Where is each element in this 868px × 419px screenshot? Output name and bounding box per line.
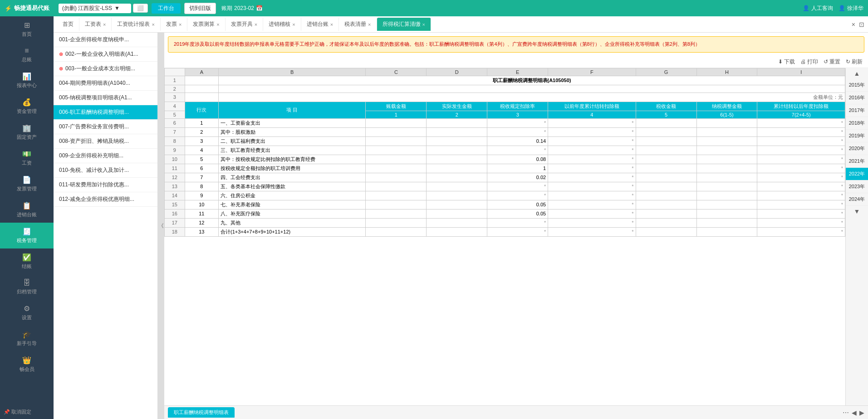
tab-salary[interactable]: 工资表 ×	[79, 18, 112, 31]
workbench-button[interactable]: 工作台	[152, 3, 181, 14]
left-panel-item-009[interactable]: 009-企业所得税补充明细...	[54, 149, 157, 163]
sidebar-item-salary[interactable]: 💵 工资	[0, 145, 54, 171]
tab-sales-ledger[interactable]: 进销台账 ×	[301, 18, 339, 31]
sidebar-item-sales[interactable]: 📋 进销台账	[0, 197, 54, 223]
sidebar-item-archive[interactable]: 🗄 归档管理	[0, 274, 54, 300]
panel-collapse-btn[interactable]: 《	[158, 33, 164, 419]
col-header-D: D	[427, 68, 487, 76]
cancel-fixed-btn[interactable]: 📌 取消固定	[0, 405, 54, 419]
sidebar-item-invoice[interactable]: 📄 发票管理	[0, 171, 54, 197]
left-panel-item-005[interactable]: 005-纳税调整项目明细表(A1...	[54, 91, 157, 105]
logo-text: 畅捷通易代账	[14, 4, 49, 12]
period-calendar-icon[interactable]: 📅	[256, 5, 263, 11]
table-row: 11 6 按税收规定全额扣除的职工培训费用 1 *	[165, 164, 845, 173]
tab-home[interactable]: 首页	[57, 18, 79, 31]
tab-bar: 首页 工资表 × 工资统计报表 × 发票 × 发票测算 × 发票开具 × 进销稽…	[54, 16, 868, 33]
tab-salary-close[interactable]: ×	[103, 22, 106, 27]
spreadsheet-scroll[interactable]: A B C D E F G H I	[164, 68, 845, 405]
tab-income-tax[interactable]: 所得税汇算清缴 ×	[377, 18, 431, 31]
year-2020[interactable]: 2020年	[846, 142, 868, 155]
year-2018[interactable]: 2018年	[846, 117, 868, 130]
left-panel-item-011-label: 011-研发费用加计扣除优惠...	[59, 181, 129, 189]
download-button[interactable]: ⬇ 下载	[778, 58, 795, 66]
year-2017[interactable]: 2017年	[846, 104, 868, 117]
sheet-tab-active[interactable]: 职工薪酬纳税调整明细表	[168, 407, 235, 418]
year-2023[interactable]: 2023年	[846, 180, 868, 193]
reset-button[interactable]: ↺ 重置	[824, 58, 840, 66]
year-2015[interactable]: 2015年	[846, 79, 868, 92]
left-panel-item-002[interactable]: ⊗ 002-一般企业收入明细表(A1...	[54, 47, 157, 62]
unit-cell: 金额单位：元	[219, 93, 845, 102]
left-panel-item-012[interactable]: 012-减免企业所得税优惠明细...	[54, 192, 157, 207]
tab-salary-report[interactable]: 工资统计报表 ×	[112, 18, 160, 31]
tab-income-tax-close[interactable]: ×	[422, 22, 425, 27]
tab-sales-check[interactable]: 进销稽核 ×	[263, 18, 301, 31]
tab-invoice-issue[interactable]: 发票开具 ×	[226, 18, 263, 31]
tab-invoice-calc[interactable]: 发票测算 ×	[187, 18, 225, 31]
year-2021[interactable]: 2021年	[846, 155, 868, 168]
print-label: 打印	[807, 58, 818, 66]
sidebar-item-close-label: 结账	[22, 263, 32, 270]
left-panel-item-008[interactable]: 008-资产折旧、摊销及纳税...	[54, 134, 157, 149]
sidebar-item-settings[interactable]: ⚙ 设置	[0, 300, 54, 326]
company-selector[interactable]: (勿删) 江西股宝-LSS ▼	[59, 4, 131, 13]
tab-invoice-calc-close[interactable]: ×	[216, 22, 219, 27]
sidebar-item-tax[interactable]: 🧾 税务管理	[0, 223, 54, 248]
sidebar-item-assets[interactable]: 🏢 固定资产	[0, 119, 54, 145]
left-panel-item-004[interactable]: 004-期间费用明细表(A1040...	[54, 76, 157, 91]
col-header-H: H	[696, 68, 757, 76]
left-panel-item-003[interactable]: ⊗ 003-一般企业成本支出明细...	[54, 62, 157, 76]
user-menu[interactable]: 👤 徐泽华	[839, 5, 863, 12]
refresh-button[interactable]: ↻ 刷新	[846, 58, 863, 66]
sheet-more-icon[interactable]: ⋯	[843, 409, 849, 416]
left-panel-item-006[interactable]: 006-职工薪酬纳税调整明细...	[54, 105, 157, 120]
sidebar-item-guide[interactable]: 🎓 新手引导	[0, 326, 54, 351]
tab-invoice-issue-close[interactable]: ×	[255, 22, 257, 27]
tab-salary-report-close[interactable]: ×	[152, 22, 154, 27]
refresh-label: 刷新	[852, 58, 863, 66]
period-display: 账期 2023-02 📅	[221, 5, 263, 12]
col-header-taxadj: 纳税调整金额	[696, 102, 757, 111]
tab-sales-check-close[interactable]: ×	[292, 22, 295, 27]
sidebar-item-home[interactable]: ⊞ 首页	[0, 16, 54, 42]
tab-close-all-btn[interactable]: ×	[852, 21, 855, 28]
year-2016[interactable]: 2016年	[846, 92, 868, 104]
left-panel-item-007[interactable]: 007-广告费和业务宣传费明...	[54, 120, 157, 134]
sidebar-item-ledger[interactable]: ≡ 总账	[0, 42, 54, 68]
tab-invoice[interactable]: 发票 ×	[161, 18, 187, 31]
sidebar-item-close[interactable]: ✅ 结账	[0, 248, 54, 274]
left-panel-item-001[interactable]: 001-企业所得税年度纳税申...	[54, 33, 157, 47]
company-name: (勿删) 江西股宝-LSS	[62, 5, 112, 12]
sheet-scroll-left[interactable]: ◀	[852, 409, 857, 416]
sheet-scroll-right[interactable]: ▶	[859, 409, 864, 416]
tab-sales-ledger-close[interactable]: ×	[330, 22, 333, 27]
ledger-icon: ≡	[25, 47, 29, 55]
sidebar-item-report[interactable]: 📊 报表中心	[0, 68, 54, 93]
row-2-content	[219, 85, 845, 93]
period-value: 2023-02	[234, 5, 254, 11]
service-btn[interactable]: 👤 人工客询	[803, 5, 833, 12]
year-nav-down[interactable]: ▼	[846, 206, 868, 217]
copy-button[interactable]: ⬜	[133, 4, 148, 13]
print-button[interactable]: 🖨 打印	[800, 58, 818, 66]
salary-icon: 💵	[22, 150, 31, 158]
sidebar-item-settings-label: 设置	[22, 314, 32, 321]
left-panel-item-010[interactable]: 010-免税、减计收入及加计...	[54, 163, 157, 178]
tab-expand-btn[interactable]: ⊡	[859, 21, 864, 28]
switch-version-button[interactable]: 切到旧版	[184, 3, 216, 14]
tab-tax-list[interactable]: 税表清册 ×	[339, 18, 377, 31]
tab-invoice-close[interactable]: ×	[179, 22, 181, 27]
table-row: 6 1 一、工资薪金支出 * *	[165, 118, 845, 127]
year-nav-up[interactable]: ▲	[846, 68, 868, 79]
left-panel-item-011[interactable]: 011-研发费用加计扣除优惠...	[54, 178, 157, 192]
page-content: 001-企业所得税年度纳税申... ⊗ 002-一般企业收入明细表(A1... …	[54, 33, 868, 419]
right-main: 2019年度涉及取以前年度结转数据的申报表单元格需要手工维护正确，才能保证本年及…	[164, 33, 868, 419]
year-2022[interactable]: 2022年	[846, 168, 868, 180]
sidebar-item-vip[interactable]: 👑 畅会员	[0, 351, 54, 377]
table-row: 14 9 六、住房公积金 * *	[165, 191, 845, 200]
tab-tax-list-close[interactable]: ×	[368, 22, 371, 27]
year-2019[interactable]: 2019年	[846, 130, 868, 142]
left-panel-item-002-label: 002-一般企业收入明细表(A1...	[65, 50, 138, 58]
year-2024[interactable]: 2024年	[846, 193, 868, 206]
sidebar-item-fund[interactable]: 💰 资金管理	[0, 93, 54, 119]
